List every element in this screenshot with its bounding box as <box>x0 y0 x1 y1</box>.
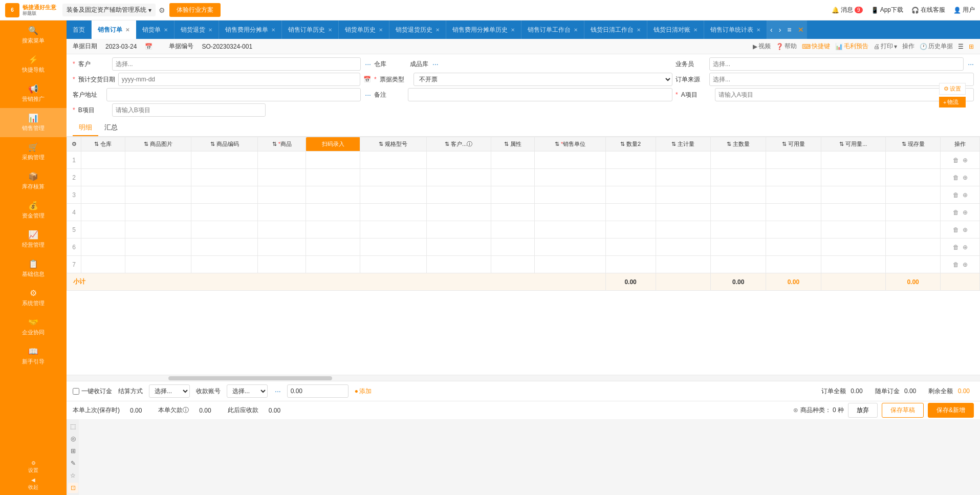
sidebar-item-inventory[interactable]: 📦 库存核算 <box>0 166 67 196</box>
grid-view-btn[interactable]: ⊞ <box>969 43 974 50</box>
row-delete-btn[interactable]: 🗑 <box>953 244 959 251</box>
tab-close-all-button[interactable]: ✕ <box>795 20 807 39</box>
tab-close-sales-invoice[interactable]: ✕ <box>164 27 168 33</box>
list-view-btn[interactable]: ☰ <box>958 43 964 50</box>
tab-close-sales-expense[interactable]: ✕ <box>271 27 275 33</box>
tab-expense-history[interactable]: 销售费用分摊单历史 ✕ <box>446 20 521 39</box>
sidebar-item-sales[interactable]: 📊 销售管理 <box>0 108 67 137</box>
tab-return-history[interactable]: 销货退货历史 ✕ <box>389 20 446 39</box>
row-delete-btn[interactable]: 🗑 <box>953 226 959 233</box>
right-tool-4[interactable]: ✎ <box>68 458 78 468</box>
staff-input[interactable] <box>709 57 964 71</box>
customer-input[interactable] <box>112 57 361 71</box>
tab-close-invoice-history[interactable]: ✕ <box>379 27 383 33</box>
tab-sales-return[interactable]: 销货退货 ✕ <box>175 20 219 39</box>
save-draft-button[interactable]: 保存草稿 <box>882 403 924 418</box>
col-customer-code[interactable]: ⇅ 客户...ⓘ <box>426 137 491 152</box>
add-payment-btn[interactable]: ● 添加 <box>355 387 372 396</box>
tab-prev-button[interactable]: ‹ <box>767 20 776 39</box>
calendar-icon[interactable]: 📅 <box>145 43 153 50</box>
address-input[interactable] <box>106 88 361 101</box>
col-qty2[interactable]: ⇅ 数量2 <box>605 137 656 152</box>
sidebar-item-quick-nav[interactable]: ⚡ 快捷导航 <box>0 50 67 79</box>
row-copy-btn[interactable]: ⊕ <box>963 174 968 181</box>
row-copy-btn[interactable]: ⊕ <box>963 244 968 251</box>
b-project-input[interactable] <box>112 103 266 117</box>
warehouse-more-btn[interactable]: ··· <box>432 60 439 68</box>
settings-quick-btn[interactable]: ⚙ 设置 <box>939 83 966 95</box>
tab-close-sales-return[interactable]: ✕ <box>208 27 212 33</box>
row-delete-btn[interactable]: 🗑 <box>953 157 959 164</box>
col-scan[interactable]: 扫码录入 <box>306 137 360 152</box>
messages-button[interactable]: 🔔 消息 9 <box>832 6 863 14</box>
col-image[interactable]: ⇅ 商品图片 <box>125 137 191 152</box>
row-delete-btn[interactable]: 🗑 <box>953 209 959 216</box>
customer-more-btn[interactable]: ··· <box>365 60 371 68</box>
tab-close-sales-order[interactable]: ✕ <box>125 27 129 33</box>
tab-cash-reconcile[interactable]: 钱货日清对账 ✕ <box>647 20 704 39</box>
scroll-thumb[interactable] <box>168 376 332 380</box>
sidebar-item-base-info[interactable]: 📋 基础信息 <box>0 254 67 283</box>
col-product[interactable]: ⇅ *商品 <box>258 137 306 152</box>
system-selector[interactable]: 装备及固定资产辅助管理系统 ▾ <box>62 4 156 16</box>
col-attribute[interactable]: ⇅ 属性 <box>491 137 535 152</box>
add-logistics-btn[interactable]: + 物流 <box>939 97 966 107</box>
help-btn[interactable]: ❓ 帮助 <box>776 42 797 51</box>
row-delete-btn[interactable]: 🗑 <box>953 261 959 268</box>
quick-pay-check[interactable] <box>73 388 79 395</box>
calendar2-icon[interactable]: 📅 <box>363 76 371 83</box>
row-delete-btn[interactable]: 🗑 <box>953 191 959 199</box>
sidebar-item-finance[interactable]: 💰 资金管理 <box>0 196 67 225</box>
staff-more-btn[interactable]: ··· <box>968 60 974 68</box>
operate-btn[interactable]: 操作 <box>902 42 914 51</box>
col-main-qty[interactable]: ⇅ 主数量 <box>711 137 766 152</box>
amount-input[interactable] <box>287 384 349 398</box>
tab-summary[interactable]: 汇总 <box>98 120 124 136</box>
sidebar-item-collab[interactable]: 🤝 企业协同 <box>0 312 67 341</box>
col-settings[interactable]: ⚙ <box>67 137 81 152</box>
row-copy-btn[interactable]: ⊕ <box>963 157 968 164</box>
view-btn[interactable]: ▶ 视频 <box>753 42 771 51</box>
save-new-button[interactable]: 保存&新增 <box>928 403 974 418</box>
a-project-input[interactable] <box>715 88 974 101</box>
right-tool-3[interactable]: ⊞ <box>68 446 78 456</box>
row-copy-btn[interactable]: ⊕ <box>963 191 968 199</box>
right-tool-2[interactable]: ◎ <box>68 434 78 444</box>
sidebar-item-operations[interactable]: 📈 经营管理 <box>0 225 67 254</box>
profit-btn[interactable]: 📊 毛利预告 <box>835 42 868 51</box>
discard-button[interactable]: 放弃 <box>848 403 878 418</box>
tab-close-cash-workbench[interactable]: ✕ <box>637 27 641 33</box>
row-copy-btn[interactable]: ⊕ <box>963 209 968 216</box>
tab-close-cash-reconcile[interactable]: ✕ <box>693 27 698 33</box>
account-more-btn[interactable]: ··· <box>275 387 281 395</box>
row-copy-btn[interactable]: ⊕ <box>963 226 968 233</box>
user-avatar[interactable]: 👤 用户 <box>953 6 975 14</box>
right-tool-6[interactable]: ⊡ <box>68 483 78 493</box>
tab-menu-button[interactable]: ≡ <box>784 20 794 39</box>
tab-sales-stats[interactable]: 销售订单统计表 ✕ <box>704 20 767 39</box>
right-tool-5[interactable]: ☆ <box>68 470 78 481</box>
col-main-unit[interactable]: ⇅ 主计量 <box>656 137 711 152</box>
col-unit[interactable]: ⇅ *销售单位 <box>535 137 605 152</box>
industry-solution-button[interactable]: 体验行业方案 <box>169 3 221 17</box>
sidebar-collapse-btn[interactable]: ◀ 收起 <box>28 477 38 491</box>
tab-sales-order-history[interactable]: 销售订单历史 ✕ <box>282 20 339 39</box>
tab-close-order-workbench[interactable]: ✕ <box>574 27 578 33</box>
col-stock[interactable]: ⇅ 现存量 <box>885 137 941 152</box>
print-btn[interactable]: 🖨 打印 ▾ <box>874 42 897 51</box>
tab-close-sales-order-history[interactable]: ✕ <box>328 27 332 33</box>
right-tool-1[interactable]: ⬚ <box>68 421 78 432</box>
quick-pay-checkbox[interactable]: 一键收订金 <box>73 387 112 396</box>
tab-next-button[interactable]: › <box>776 20 785 39</box>
shortcut-btn[interactable]: ⌨ 快捷键 <box>802 42 830 51</box>
online-service-button[interactable]: 🎧 在线客服 <box>911 6 945 14</box>
sidebar-item-purchase[interactable]: 🛒 采购管理 <box>0 137 67 166</box>
sidebar-item-guide[interactable]: 📖 新手引导 <box>0 341 67 371</box>
tab-close-expense-history[interactable]: ✕ <box>511 27 515 33</box>
col-code[interactable]: ⇅ 商品编码 <box>191 137 258 152</box>
tab-sales-expense[interactable]: 销售费用分摊单 ✕ <box>219 20 282 39</box>
ticket-select[interactable]: 不开票 普通发票 增值税发票 <box>413 73 672 86</box>
row-delete-btn[interactable]: 🗑 <box>953 174 959 181</box>
sidebar-item-marketing[interactable]: 📢 营销推广 <box>0 79 67 108</box>
tab-home[interactable]: 首页 <box>67 20 92 39</box>
